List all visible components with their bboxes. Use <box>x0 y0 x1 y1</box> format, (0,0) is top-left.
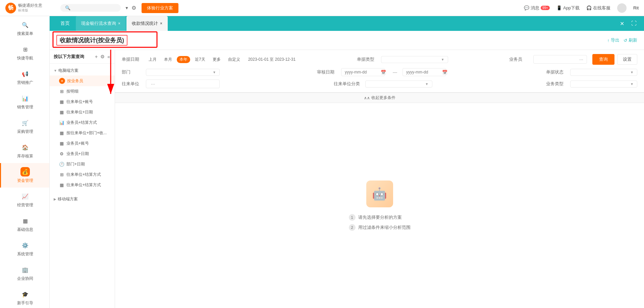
online-service-action[interactable]: 🎧 在线客服 <box>586 5 610 11</box>
settings-btn[interactable]: 设置 <box>617 54 637 65</box>
page-title-bar: 收款情况统计(按业务员) ↑ 导出 ↺ 刷新 <box>50 31 644 50</box>
user-avatar[interactable] <box>617 3 627 13</box>
partner-dept-icon: ▦ <box>59 131 64 136</box>
date-tab-this-month[interactable]: 本月 <box>161 56 175 63</box>
sidebar-item-guide[interactable]: 🎓 新手引导 <box>0 286 49 308</box>
scheme-item-staff-settlement-label: 业务员+结算方式 <box>66 120 97 125</box>
page-title-actions: ↑ 导出 ↺ 刷新 <box>607 37 638 43</box>
scheme-item-by-detail[interactable]: ⊞ 按明细 <box>50 86 115 97</box>
partner-dots-icon[interactable]: ··· <box>151 81 155 87</box>
export-btn[interactable]: ↑ 导出 <box>607 37 620 43</box>
calendar-icon-to[interactable]: 📅 <box>442 70 447 75</box>
export-icon: ↑ <box>607 38 610 43</box>
scheme-item-dept-date[interactable]: 🕐 部门+日期 <box>50 159 115 169</box>
trial-btn[interactable]: 体验行业方案 <box>142 3 178 13</box>
review-date-to[interactable] <box>402 68 446 76</box>
date-tab-this-year[interactable]: 本年 <box>177 56 190 63</box>
staff-more-icon[interactable]: ··· <box>579 57 583 62</box>
by-staff-dot: ● <box>59 78 65 84</box>
sidebar-item-marketing[interactable]: 📢 营销推广 <box>0 65 49 90</box>
partner-select[interactable]: ··· <box>146 80 220 88</box>
scheme-section-desktop-header[interactable]: ▼ 电脑端方案 <box>50 66 115 75</box>
sidebar-label-cooperation: 企业协同 <box>17 276 33 281</box>
scheme-collapse-btn[interactable]: « <box>107 53 111 60</box>
message-label: 消息 <box>531 5 539 11</box>
scheme-item-by-staff[interactable]: ● 按业务员 <box>50 75 115 86</box>
sidebar-item-purchase[interactable]: 🛒 采购管理 <box>0 114 49 139</box>
tab-receipt-stats-close[interactable]: × <box>160 21 162 26</box>
step-2-text: 用过滤条件来缩小分析范围 <box>358 224 411 230</box>
review-date-from[interactable] <box>341 68 385 76</box>
tab-close-btn[interactable]: ✕ <box>617 19 627 28</box>
partner-sett1-icon: ⊞ <box>59 172 64 177</box>
scheme-add-btn[interactable]: + <box>94 53 98 60</box>
scheme-item-staff-account[interactable]: ▦ 业务员+账号 <box>50 138 115 149</box>
scheme-item-partner-dept-label: 按往来单位+部门+收... <box>66 130 107 136</box>
sidebar: 🔍 搜索菜单 ⊞ 快捷导航 📢 营销推广 📊 销售管理 🛒 采购管理 🏠 库存核… <box>0 16 50 308</box>
scheme-item-partner-dept-receipt[interactable]: ▦ 按往来单位+部门+收... <box>50 128 115 138</box>
doc-status-select[interactable]: ▼ <box>570 69 637 76</box>
step-1-num: 1 <box>349 214 356 221</box>
tab-maximize-btn[interactable]: ⛶ <box>629 19 639 28</box>
scheme-item-partner-date[interactable]: ▦ 往来单位+日期 <box>50 107 115 117</box>
sidebar-item-sales[interactable]: 📊 销售管理 <box>0 90 49 114</box>
content-area: 首页 现金银行流水查询 × 收款情况统计 × ✕ ⛶ 收款情况统计(按业务员) <box>50 16 644 308</box>
tab-receipt-stats[interactable]: 收款情况统计 × <box>126 16 168 31</box>
empty-step-2: 2 用过滤条件来缩小分析范围 <box>349 224 411 231</box>
sidebar-label-sales: 销售管理 <box>17 104 33 110</box>
scheme-settings-btn[interactable]: ⚙ <box>100 53 105 60</box>
edition-badge: 标准版 <box>18 8 42 13</box>
query-btn[interactable]: 查询 <box>592 54 614 65</box>
date-tab-more[interactable]: 更多 <box>210 56 223 63</box>
sidebar-item-basic-info[interactable]: ▦ 基础信息 <box>0 212 49 237</box>
gear-icon-top[interactable]: ⚙ <box>131 5 136 11</box>
app-download-action[interactable]: 📱 App下载 <box>556 5 580 11</box>
step-1-text: 请先选择要分析的方案 <box>358 214 402 220</box>
refresh-btn[interactable]: ↺ 刷新 <box>624 37 637 43</box>
message-badge: 99+ <box>541 6 550 10</box>
partner-category-select[interactable]: ▼ <box>365 81 432 88</box>
top-header: 畅 畅捷通好生意 标准版 🔍 ▼ ⚙ 体验行业方案 💬 消息 99+ 📱 App… <box>0 0 644 16</box>
sidebar-item-system[interactable]: ⚙️ 系统管理 <box>0 237 49 261</box>
sidebar-label-system: 系统管理 <box>17 251 33 257</box>
scheme-item-staff-settlement[interactable]: 📊 业务员+结算方式 <box>50 117 115 128</box>
scheme-item-partner-account[interactable]: ▦ 往来单位+账号 <box>50 97 115 107</box>
sidebar-item-inventory[interactable]: 🏠 库存核算 <box>0 139 49 163</box>
dept-select[interactable]: ▼ <box>146 69 220 76</box>
doc-status-chevron: ▼ <box>630 70 634 74</box>
system-icon: ⚙️ <box>20 241 30 250</box>
date-tab-last7[interactable]: 近7天 <box>192 56 208 63</box>
finance-icon: 💰 <box>20 167 30 176</box>
tab-home[interactable]: 首页 <box>55 16 75 31</box>
tab-bank-flow-close[interactable]: × <box>118 21 120 26</box>
partner-category-chevron: ▼ <box>425 82 429 86</box>
scheme-header-icons: + ⚙ « <box>94 53 111 60</box>
scheme-item-partner-settlement2[interactable]: ▦ 往来单位+结算方式 <box>50 180 115 190</box>
tab-bank-flow[interactable]: 现金银行流水查询 × <box>76 16 126 31</box>
date-tab-custom[interactable]: 自定义 <box>225 56 243 63</box>
collapse-bar[interactable]: ∧∧ 收起更多条件 <box>115 93 644 103</box>
sidebar-item-search[interactable]: 🔍 搜索菜单 <box>0 16 49 41</box>
step-2-num: 2 <box>349 224 356 231</box>
business-type-select[interactable]: ▼ <box>570 81 637 88</box>
partner-account-icon: ▦ <box>59 99 64 104</box>
partner-date-icon: ▦ <box>59 110 64 115</box>
sidebar-item-finance[interactable]: 💰 资金管理 <box>0 163 49 188</box>
sidebar-item-quick-nav[interactable]: ⊞ 快捷导航 <box>0 41 49 65</box>
sidebar-item-operations[interactable]: 📈 经营管理 <box>0 188 49 212</box>
scheme-section-mobile-header[interactable]: ▶ 移动端方案 <box>50 194 115 204</box>
scheme-section-mobile: ▶ 移动端方案 <box>50 192 115 206</box>
refresh-label: 刷新 <box>629 37 637 43</box>
staff-select[interactable]: ··· <box>533 55 587 64</box>
sidebar-item-cooperation[interactable]: 🏢 企业协同 <box>0 261 49 286</box>
dropdown-arrow[interactable]: ▼ <box>125 5 129 10</box>
scheme-item-by-staff-label: 按业务员 <box>67 78 83 84</box>
search-bar-top[interactable]: 🔍 <box>60 4 121 12</box>
message-action[interactable]: 💬 消息 99+ <box>524 5 550 11</box>
dept-chevron: ▼ <box>213 70 216 74</box>
date-tab-last-month[interactable]: 上月 <box>146 56 159 63</box>
doc-type-select[interactable]: ▼ <box>381 56 448 63</box>
scheme-item-staff-date[interactable]: ⚙ 业务员+日期 <box>50 149 115 159</box>
calendar-icon-from[interactable]: 📅 <box>381 70 386 75</box>
scheme-item-partner-settlement1[interactable]: ⊞ 往来单位+结算方式 <box>50 169 115 180</box>
